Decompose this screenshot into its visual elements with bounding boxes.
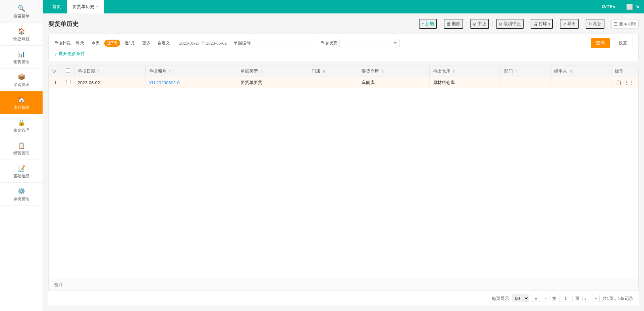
more-action-icon[interactable]: ⋮⋮	[624, 80, 634, 85]
last-page-btn[interactable]: »	[592, 295, 599, 302]
brand-label: OfTEn	[602, 4, 615, 9]
order-no-input[interactable]	[253, 39, 313, 47]
topbar-home[interactable]: 首页	[47, 0, 66, 13]
sidebar-item-label: 销售管理	[13, 59, 30, 65]
sidebar-item-basic-info[interactable]: 📝 基础信息	[0, 160, 43, 183]
tab-close-btn[interactable]: ×	[96, 4, 99, 9]
date-btn-today[interactable]: 今天	[89, 40, 102, 47]
sidebar-item-sales-mgmt[interactable]: 📊 销售管理	[0, 46, 43, 69]
stop-icon: ⊘	[473, 21, 477, 27]
topbar: 首页 要货单历史 × OfTEn — ⬜ ✕	[43, 0, 644, 13]
page-input[interactable]	[559, 295, 573, 302]
export-button[interactable]: ↗ 导出	[560, 19, 579, 29]
cell-order-date: 2023-06-02	[74, 77, 145, 88]
total-info: 共1页，1条记录	[602, 296, 633, 302]
page-size-select[interactable]: 50 10 20 100	[512, 295, 529, 302]
cell-checkbox	[62, 77, 74, 88]
cell-order-no: YH-20230602-0	[145, 77, 237, 88]
sidebar-item-funds-mgmt[interactable]: 🔒 资金管理	[0, 114, 43, 137]
sidebar-item-search-menu[interactable]: 🔍 搜索菜单	[0, 0, 43, 23]
date-range-display: 2023-05-27 至 2023-06-02	[179, 40, 226, 46]
th-order-type[interactable]: 单据类型 ⇅	[237, 65, 308, 77]
date-btn-yesterday[interactable]: 昨天	[73, 40, 87, 47]
table-container: ⚙ 单据日期 ⇅ 单据编号 ⇅	[48, 65, 639, 291]
purchase-mgmt-icon: 📦	[18, 73, 25, 81]
sidebar-item-label: 系统管理	[13, 196, 30, 202]
th-order-date-label: 单据日期	[78, 69, 95, 74]
th-order-no[interactable]: 单据编号 ⇅	[145, 65, 237, 77]
order-type-value: 要货单要货	[240, 80, 262, 85]
expand-more-btn[interactable]: ∨ 展开更多条件	[54, 51, 633, 57]
cancel-stop-button[interactable]: ⊙ 取消中止	[496, 19, 524, 29]
system-mgmt-icon: ⚙️	[18, 187, 25, 195]
select-all-checkbox[interactable]	[66, 69, 70, 73]
data-table: ⚙ 单据日期 ⇅ 单据编号 ⇅	[49, 65, 638, 88]
date-btn-7days[interactable]: 近7天	[104, 40, 120, 47]
order-date-value: 2023-06-02	[78, 80, 100, 85]
search-menu-icon: 🔍	[18, 5, 25, 12]
sort-icon-date: ⇅	[97, 70, 100, 73]
sort-icon-store: ⇅	[323, 70, 325, 73]
main-content: 首页 要货单历史 × OfTEn — ⬜ ✕ 要货单历史 + 新增 🗑 删除	[43, 0, 644, 311]
th-pending-warehouse-label: 待出仓库	[433, 69, 450, 74]
stop-label: 中止	[478, 21, 486, 27]
th-handler[interactable]: 经手人 ⇅	[551, 65, 611, 77]
th-req-warehouse-label: 要货仓库	[362, 69, 379, 74]
th-handler-label: 经手人	[554, 69, 567, 74]
row-checkbox[interactable]	[66, 80, 70, 84]
filter-row: 单据日期 昨天 今天 近7天 近1月 更多 自定义 2023-05-27 至 2…	[54, 38, 633, 48]
sidebar-item-inventory-calc[interactable]: 🏠 库存核算	[0, 91, 43, 114]
operations-mgmt-icon: 📋	[18, 142, 25, 149]
date-filters: 昨天 今天 近7天 近1月 更多 自定义	[73, 40, 172, 47]
th-department[interactable]: 部门 ⇅	[500, 65, 550, 77]
th-req-warehouse[interactable]: 要货仓库 ⇅	[358, 65, 429, 77]
query-button[interactable]: 查询	[591, 38, 610, 48]
date-btn-custom[interactable]: 自定义	[155, 40, 172, 47]
sidebar-item-purchase-mgmt[interactable]: 📦 采购管理	[0, 69, 43, 91]
sidebar-item-quick-nav[interactable]: 🏠 快捷导航	[0, 23, 43, 46]
new-button[interactable]: + 新增	[419, 19, 437, 29]
next-page-btn[interactable]: ›	[582, 295, 589, 302]
cell-department	[500, 77, 550, 88]
topbar-tab-order-history[interactable]: 要货单历史 ×	[67, 0, 104, 13]
status-filter: 单据状态	[320, 39, 400, 47]
filter-action-btns: 查询 设置	[591, 38, 633, 48]
order-no-link[interactable]: YH-20230602-0	[149, 80, 180, 85]
display-detail-label: 显示明细	[619, 21, 636, 27]
th-store[interactable]: 门店 ⇅	[308, 65, 358, 77]
minimize-btn[interactable]: —	[618, 4, 624, 10]
sort-icon-dept: ⇅	[515, 70, 518, 73]
first-page-btn[interactable]: «	[532, 295, 540, 302]
refresh-icon: ↻	[588, 21, 592, 27]
cell-pending-warehouse: 原材料仓库	[429, 77, 500, 88]
basic-info-icon: 📝	[18, 165, 25, 172]
date-btn-1month[interactable]: 近1月	[122, 40, 138, 47]
th-order-date[interactable]: 单据日期 ⇅	[74, 65, 145, 77]
maximize-btn[interactable]: ⬜	[626, 4, 633, 10]
print-button[interactable]: 🖨 打印 ▾	[531, 19, 553, 29]
stop-button[interactable]: ⊘ 中止	[470, 19, 489, 29]
th-order-type-label: 单据类型	[240, 69, 258, 74]
th-pending-warehouse[interactable]: 待出仓库 ⇅	[429, 65, 500, 77]
table-settings-icon[interactable]: ⚙	[52, 69, 56, 74]
cell-store	[308, 77, 358, 88]
delete-button[interactable]: 🗑 删除	[444, 19, 463, 29]
settings-button[interactable]: 设置	[613, 38, 633, 48]
delete-label: 删除	[452, 21, 461, 27]
edit-action-icon[interactable]: 📋	[616, 80, 622, 85]
sidebar-item-label: 经营管理	[13, 150, 30, 156]
close-window-btn[interactable]: ✕	[636, 4, 640, 10]
th-actions: 操作	[611, 65, 638, 77]
expand-icon: ∨	[54, 51, 57, 56]
status-label: 单据状态	[320, 40, 337, 46]
sidebar-item-label: 基础信息	[13, 173, 30, 179]
topbar-right: OfTEn — ⬜ ✕	[602, 4, 640, 10]
sidebar-item-system-mgmt[interactable]: ⚙️ 系统管理	[0, 183, 43, 206]
status-select[interactable]	[339, 39, 400, 47]
prev-page-btn[interactable]: ‹	[543, 295, 549, 302]
print-label: 打印	[539, 21, 547, 27]
date-btn-more[interactable]: 更多	[140, 40, 153, 47]
refresh-button[interactable]: ↻ 刷新	[586, 19, 604, 29]
sidebar-item-operations-mgmt[interactable]: 📋 经营管理	[0, 137, 43, 160]
display-detail-button[interactable]: ☰ 显示明细	[611, 19, 639, 29]
